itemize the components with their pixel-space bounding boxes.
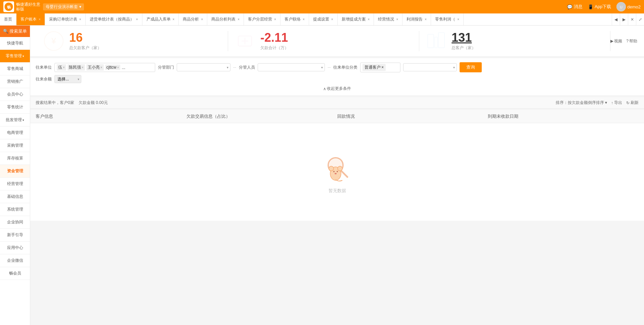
sort-chevron-icon[interactable]: ▾ (605, 100, 607, 105)
sidebar-item-system[interactable]: 系统管理 (0, 203, 30, 216)
app-download-btn[interactable]: 📱 App下载 (588, 4, 611, 10)
sidebar-item-inventory[interactable]: 库存核算 (0, 152, 30, 165)
person-select[interactable] (258, 63, 325, 71)
close-icon[interactable]: × (201, 17, 203, 21)
search-icon: 🔍 (3, 29, 8, 34)
sidebar-item-operation[interactable]: 经营管理 (0, 178, 30, 190)
nav-expand-btn[interactable]: ⤢ (636, 13, 644, 26)
close-icon[interactable]: × (457, 17, 459, 21)
export-icon: ↑ (611, 101, 613, 105)
sidebar-item-marketing[interactable]: 营销推广 (0, 75, 30, 88)
phone-icon: 📱 (588, 4, 593, 9)
collapse-btn[interactable]: ∧ 收起更多条件 (323, 86, 351, 92)
close-icon[interactable]: × (136, 17, 138, 21)
filter-row-balance: 往来余额 选择... (36, 75, 639, 83)
tab-profit-report[interactable]: 利润报告 × (402, 13, 431, 26)
svg-rect-7 (428, 34, 434, 48)
sidebar-item-cooperation[interactable]: 企业协同 (0, 216, 30, 229)
tab-add-commission[interactable]: 新增提成方案 × (338, 13, 374, 26)
tag-chen-close[interactable]: × (82, 66, 84, 69)
sidebar-item-ecommerce[interactable]: 电商管理 (0, 127, 30, 139)
close-icon[interactable]: × (368, 17, 370, 21)
close-icon[interactable]: × (303, 17, 305, 21)
query-button[interactable]: 查询 (460, 62, 482, 72)
dept-more-icon[interactable]: ··· (233, 65, 236, 69)
sidebar-item-quick-nav[interactable]: 快捷导航 (0, 37, 30, 50)
table-header: 客户信息 欠款交易信息（占比） 回款情况 到期未收款日期 (30, 110, 644, 123)
sidebar-item-finance[interactable]: 资金管理 (0, 165, 30, 178)
close-icon[interactable]: × (39, 17, 41, 21)
debit-total-value: -2.11 (260, 32, 289, 44)
tab-customer-balance[interactable]: 客户账本 × (16, 13, 45, 26)
refresh-icon: ↻ (626, 101, 630, 105)
sidebar-item-retail-mall[interactable]: 零售商城 (0, 63, 30, 75)
sidebar-item-purchase[interactable]: 采购管理 (0, 139, 30, 152)
close-icon[interactable]: × (79, 17, 81, 21)
message-btn[interactable]: 💬 消息 (567, 4, 583, 10)
tag-cjttcw: cjttcw × (105, 65, 121, 70)
results-summary: 搜索结果中，客户0家 欠款金额 0.00元 (36, 100, 108, 106)
tab-instock-stat-label: 进货单统计表（按商品） (90, 16, 134, 22)
sidebar-item-member2[interactable]: 畅会员 (0, 267, 30, 280)
dept-select-wrapper (177, 63, 230, 71)
nav-next-btn[interactable]: ▶ (620, 13, 628, 26)
tab-commission-set[interactable]: 提成设置 × (309, 13, 338, 26)
sidebar-item-batch-mgmt[interactable]: 批发管理 ▾ (0, 114, 30, 127)
tab-retail-profit[interactable]: 零售利润（ × (431, 13, 464, 26)
sidebar-search[interactable]: 🔍 搜索菜单 (0, 26, 30, 37)
sidebar-item-basic-info[interactable]: 基础信息 (0, 190, 30, 203)
unit-category-select[interactable] (403, 63, 457, 71)
sidebar-item-retail-stat[interactable]: 零售统计 (0, 101, 30, 114)
nav-close-btn[interactable]: ✕ (628, 13, 636, 26)
close-icon[interactable]: × (173, 17, 175, 21)
close-icon[interactable]: × (331, 17, 333, 21)
nav-prev-btn[interactable]: ◀ (612, 13, 620, 26)
close-icon[interactable]: × (274, 17, 276, 21)
tab-operation-status-label: 经营情况 (378, 16, 394, 22)
dept-select[interactable] (177, 63, 230, 71)
tab-purchase-order[interactable]: 采购订单统计表 × (45, 13, 86, 26)
tag-wang-close[interactable]: × (100, 66, 102, 69)
tab-goods-analysis[interactable]: 商品分析 × (179, 13, 207, 26)
empty-icon (320, 150, 354, 184)
sidebar-item-wechat[interactable]: 企业微信 (0, 254, 30, 267)
collapse-icon: ∧ (323, 86, 326, 91)
tag-cjttcw-close[interactable]: × (117, 66, 119, 69)
video-btn[interactable]: ▶ 视频 (610, 38, 622, 44)
person-more-icon[interactable]: ··· (328, 65, 331, 69)
help-btn[interactable]: ? 帮助 (626, 38, 637, 44)
stat-block-debit-customers: ¥ 16 总欠款客户（家） (37, 31, 228, 51)
main-layout: 🔍 搜索菜单 快捷导航 零售管理 ▾ 零售商城 营销推广 会员中心 零售统计 批… (0, 26, 644, 325)
sidebar-item-app-center[interactable]: 应用中心 (0, 242, 30, 254)
tab-goods-analysis-list[interactable]: 商品分析列表 × (207, 13, 244, 26)
unit-tag-input[interactable]: 伍 × 陈民强 × 王小亮 × cjttcw × ... (54, 63, 155, 72)
sidebar-item-member[interactable]: 会员中心 (0, 88, 30, 101)
svg-text:U: U (620, 5, 622, 9)
tab-customer-contact[interactable]: 客户联络 × (281, 13, 309, 26)
close-icon[interactable]: × (396, 17, 398, 21)
unit-category-input[interactable]: 普通客户 × (360, 63, 400, 72)
chevron-icon: ▾ (23, 55, 24, 58)
tag-wu-close[interactable]: × (63, 66, 65, 69)
tab-home[interactable]: 首页 (0, 13, 16, 26)
industry-selector[interactable]: 母婴行业演示帐套 ▾ (43, 3, 84, 10)
tab-instock-stat[interactable]: 进货单统计表（按商品） × (86, 13, 142, 26)
dept-label: 分管部门 (158, 65, 174, 70)
tab-customer-balance-label: 客户账本 (20, 16, 37, 22)
sidebar-item-newbie[interactable]: 新手引导 (0, 229, 30, 242)
customer-type-close[interactable]: × (381, 65, 384, 70)
export-btn[interactable]: ↑ 导出 (611, 100, 622, 106)
tag-wu: 伍 × (57, 64, 66, 71)
refresh-btn[interactable]: ↻ 刷新 (626, 100, 639, 106)
user-area[interactable]: U demo2 (616, 2, 641, 11)
close-icon[interactable]: × (238, 17, 240, 21)
results-count: 搜索结果中，客户0家 (36, 100, 74, 105)
tab-customer-layer[interactable]: 客户分层经营 × (244, 13, 281, 26)
balance-select[interactable]: 选择... (54, 75, 81, 83)
tab-produce-instock[interactable]: 产成品入库单 × (142, 13, 179, 26)
tag-more-btn[interactable]: ... (122, 65, 125, 70)
sidebar-item-retail-mgmt[interactable]: 零售管理 ▾ (0, 50, 30, 63)
tab-operation-status[interactable]: 经营情况 × (374, 13, 402, 26)
svg-line-10 (341, 170, 347, 177)
close-icon[interactable]: × (425, 17, 427, 21)
